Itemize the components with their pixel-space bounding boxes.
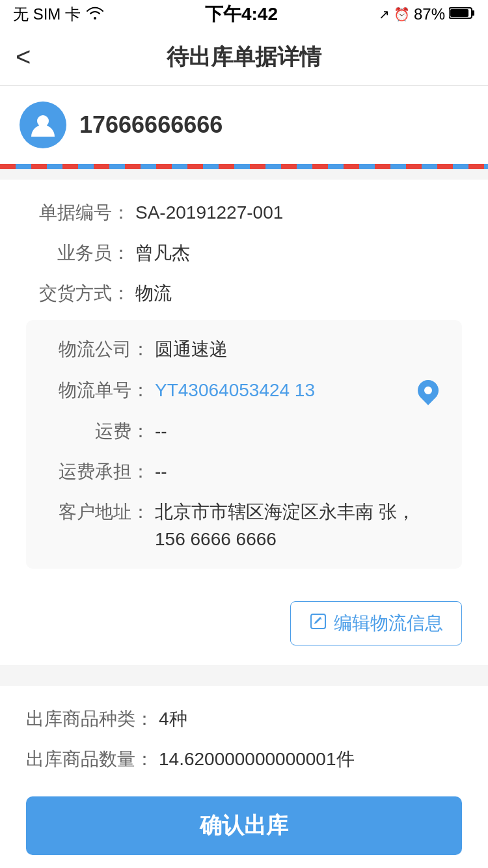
freight-bearer-label: 运费承担： [46, 458, 150, 485]
freight-value: -- [155, 418, 442, 445]
goods-types-value: 4种 [159, 705, 462, 733]
freight-bearer-value: -- [155, 458, 442, 485]
battery-icon [449, 5, 475, 23]
logistics-tracking-label: 物流单号： [46, 377, 150, 404]
status-left: 无 SIM 卡 [13, 4, 104, 25]
svg-rect-2 [450, 9, 468, 17]
staff-value: 曾凡杰 [135, 239, 462, 267]
confirm-outbound-button[interactable]: 确认出库 [26, 796, 462, 855]
staff-label: 业务员： [26, 239, 130, 267]
staff-row: 业务员： 曾凡杰 [26, 239, 462, 267]
alarm-icon: ⏰ [394, 7, 410, 22]
document-section: 单据编号： SA-20191227-001 业务员： 曾凡杰 交货方式： 物流 … [0, 180, 488, 588]
edit-btn-row: 编辑物流信息 [0, 588, 488, 665]
freight-bearer-row: 运费承担： -- [46, 458, 442, 485]
doc-number-row: 单据编号： SA-20191227-001 [26, 199, 462, 226]
wifi-icon [86, 5, 104, 23]
freight-label: 运费： [46, 418, 150, 445]
battery-text: 87% [414, 5, 445, 23]
doc-number-value: SA-20191227-001 [135, 199, 462, 226]
edit-logistics-icon [309, 612, 327, 635]
logistics-company-row: 物流公司： 圆通速递 [46, 336, 442, 363]
address-label: 客户地址： [46, 498, 150, 526]
address-value: 北京市市辖区海淀区永丰南 张，156 6666 6666 [155, 498, 442, 553]
goods-types-row: 出库商品种类： 4种 [26, 705, 462, 733]
avatar [20, 102, 66, 148]
status-time: 下午4:42 [205, 2, 278, 27]
logistics-company-value: 圆通速递 [155, 336, 442, 363]
doc-number-label: 单据编号： [26, 199, 130, 226]
logistics-tracking-value: YT43064053424 13 [155, 377, 406, 404]
bottom-area: 确认出库 [0, 783, 488, 868]
user-phone: 17666666666 [79, 111, 223, 139]
logistics-card: 物流公司： 圆通速递 物流单号： YT43064053424 13 运费： --… [26, 320, 462, 569]
goods-section: 出库商品种类： 4种 出库商品数量： 14.620000000000001件 [0, 686, 488, 793]
delivery-row: 交货方式： 物流 [26, 280, 462, 307]
back-button[interactable]: < [16, 42, 31, 72]
edit-logistics-button[interactable]: 编辑物流信息 [290, 601, 462, 645]
content-area: 17666666666 单据编号： SA-20191227-001 业务员： 曾… [0, 86, 488, 868]
logistics-tracking-row: 物流单号： YT43064053424 13 [46, 376, 442, 405]
carrier-text: 无 SIM 卡 [13, 4, 81, 25]
page-title: 待出库单据详情 [167, 42, 321, 72]
status-bar: 无 SIM 卡 下午4:42 ↗ ⏰ 87% [0, 0, 488, 29]
address-row: 客户地址： 北京市市辖区海淀区永丰南 张，156 6666 6666 [46, 498, 442, 553]
logistics-company-label: 物流公司： [46, 336, 150, 363]
back-icon: < [16, 42, 31, 71]
dashed-divider [0, 164, 488, 169]
goods-types-label: 出库商品种类： [26, 705, 154, 733]
edit-logistics-label: 编辑物流信息 [334, 611, 443, 636]
delivery-label: 交货方式： [26, 280, 130, 307]
map-pin-icon[interactable] [414, 376, 442, 405]
nav-bar: < 待出库单据详情 [0, 29, 488, 86]
goods-quantity-value: 14.620000000000001件 [159, 746, 462, 773]
status-right: ↗ ⏰ 87% [379, 5, 475, 23]
user-section: 17666666666 [0, 86, 488, 164]
location-icon: ↗ [379, 7, 390, 22]
freight-row: 运费： -- [46, 418, 442, 445]
svg-rect-1 [472, 10, 474, 16]
goods-quantity-label: 出库商品数量： [26, 746, 154, 773]
section-separator [0, 665, 488, 675]
delivery-value: 物流 [135, 280, 462, 307]
goods-quantity-row: 出库商品数量： 14.620000000000001件 [26, 746, 462, 773]
